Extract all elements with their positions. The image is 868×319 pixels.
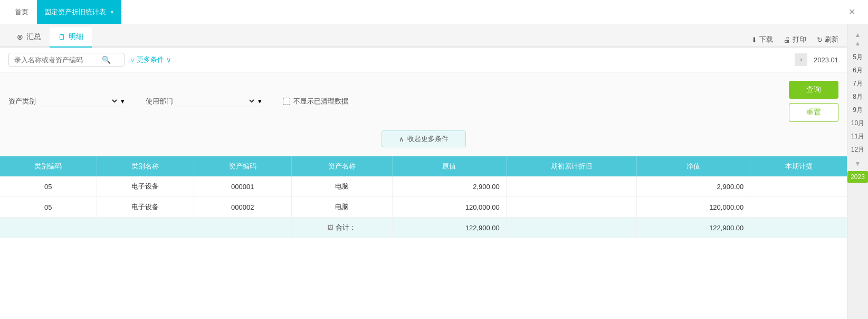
tab-detail[interactable]: 🗒 明细: [50, 27, 92, 48]
col-category-code: 类别编码: [0, 156, 97, 176]
total-row: 🖼合计： 122,900.00 122,900.00: [0, 218, 847, 238]
tab-bar: ⊗ 汇总 🗒 明细 ⬇ 下载 🖨 打印 ↻ 刷新: [0, 24, 847, 48]
detail-icon: 🗒: [58, 33, 65, 41]
cell-original-value: 2,900.00: [393, 176, 507, 197]
cell-accumulated-depreciation: [506, 197, 636, 218]
tab-close-icon[interactable]: ×: [110, 8, 114, 16]
right-sidebar: ▲ ▲ 5月6月7月8月9月10月11月12月 ▼ 2023: [847, 24, 868, 319]
asset-category-select[interactable]: [40, 96, 119, 107]
filter-icon: ▿: [131, 56, 135, 64]
filter-bar: 🔍 ▿ 更多条件 ∨ › 2023.01: [0, 48, 847, 72]
table-row: 05 电子设备 000001 电脑 2,900.00 2,900.00: [0, 176, 847, 197]
cell-current-depreciation: [750, 176, 847, 197]
department-field: 使用部门 ▾: [146, 96, 262, 107]
refresh-button[interactable]: ↻ 刷新: [817, 35, 838, 44]
print-icon: 🖨: [784, 36, 790, 44]
sidebar-scroll-down[interactable]: ▼: [855, 157, 861, 170]
print-label: 打印: [793, 35, 806, 44]
total-net-value: 122,900.00: [636, 218, 750, 238]
col-current-depreciation: 本期计提: [750, 156, 847, 176]
cell-category-name: 电子设备: [97, 197, 194, 218]
sidebar-month[interactable]: 11月: [851, 130, 864, 143]
department-select-wrap: ▾: [177, 96, 262, 107]
total-icon: 🖼: [327, 224, 333, 231]
department-chevron: ▾: [258, 97, 262, 105]
cell-asset-code: 000001: [194, 176, 291, 197]
search-icon[interactable]: 🔍: [102, 55, 111, 64]
cell-current-depreciation: [750, 197, 847, 218]
up-arrow-icon[interactable]: ▲: [855, 31, 861, 39]
search-input[interactable]: [14, 56, 99, 64]
action-buttons: 查询 重置: [789, 81, 838, 122]
advanced-filter-panel: 资产类别 ▾ 使用部门 ▾: [0, 72, 847, 156]
refresh-label: 刷新: [825, 35, 838, 44]
more-conditions-button[interactable]: ▿ 更多条件 ∨: [131, 55, 171, 64]
sidebar-month[interactable]: 8月: [851, 90, 864, 104]
col-asset-name: 资产名称: [291, 156, 393, 176]
sidebar-scroll-up[interactable]: ▲ ▲: [855, 29, 861, 50]
sidebar-month[interactable]: 10月: [851, 117, 864, 130]
col-original-value: 原值: [393, 156, 507, 176]
chevron-down-icon: ∨: [166, 56, 171, 64]
table-row: 05 电子设备 000002 电脑 120,000.00 120,000.00: [0, 197, 847, 218]
query-button[interactable]: 查询: [789, 81, 838, 99]
sidebar-year-current[interactable]: 2023: [847, 171, 868, 183]
col-asset-code: 资产编码: [194, 156, 291, 176]
sidebar-month[interactable]: 6月: [851, 64, 864, 77]
current-year-label: 2023: [851, 173, 865, 181]
asset-category-select-wrap: ▾: [40, 96, 125, 107]
total-accumulated-depreciation: [506, 218, 636, 238]
asset-category-label: 资产类别: [8, 97, 36, 106]
cell-net-value: 120,000.00: [636, 197, 750, 218]
total-label-cell: [0, 218, 291, 238]
tab-actions: ⬇ 下载 🖨 打印 ↻ 刷新: [751, 35, 838, 46]
search-wrap: 🔍: [8, 53, 125, 67]
cell-asset-name: 电脑: [291, 197, 393, 218]
date-label: 2023.01: [814, 56, 838, 64]
total-original-value: 122,900.00: [393, 218, 507, 238]
tab-title: 固定资产折旧统计表: [44, 7, 106, 17]
department-label: 使用部门: [146, 97, 173, 106]
down-arrow-icon[interactable]: ▼: [855, 160, 861, 168]
sidebar-month[interactable]: 12月: [851, 143, 864, 156]
col-accumulated-depreciation: 期初累计折旧: [506, 156, 636, 176]
total-label: 🖼合计：: [291, 218, 393, 238]
collapse-button[interactable]: ∧ 收起更多条件: [381, 130, 466, 147]
download-label: 下载: [759, 35, 773, 44]
cell-category-name: 电子设备: [97, 176, 194, 197]
table-header-row: 类别编码 类别名称 资产编码 资产名称 原值 期初累计折旧 净值 本期计提: [0, 156, 847, 176]
collapse-icon: ∧: [399, 135, 404, 143]
print-button[interactable]: 🖨 打印: [784, 35, 806, 44]
reset-button[interactable]: 重置: [789, 103, 838, 122]
exclude-cleared-label: 不显示已清理数据: [293, 97, 348, 106]
cell-asset-code: 000002: [194, 197, 291, 218]
up-arrow-icon2[interactable]: ▲: [855, 39, 861, 48]
data-table-wrap: 类别编码 类别名称 资产编码 资产名称 原值 期初累计折旧 净值 本期计提 05…: [0, 156, 847, 319]
more-conditions-label: 更多条件: [137, 55, 164, 64]
col-category-name: 类别名称: [97, 156, 194, 176]
exclude-cleared-checkbox[interactable]: [283, 98, 290, 105]
date-nav-right[interactable]: ›: [795, 53, 807, 66]
exclude-cleared-field: 不显示已清理数据: [283, 97, 348, 106]
sidebar-month[interactable]: 7月: [851, 77, 864, 90]
asset-category-field: 资产类别 ▾: [8, 96, 125, 107]
window-close-button[interactable]: ✕: [844, 5, 860, 19]
sidebar-month[interactable]: 9月: [851, 104, 864, 117]
collapse-label: 收起更多条件: [407, 134, 449, 144]
department-select[interactable]: [177, 96, 256, 107]
cell-net-value: 2,900.00: [636, 176, 750, 197]
refresh-icon: ↻: [817, 36, 823, 44]
cell-category-code: 05: [0, 176, 97, 197]
cell-asset-name: 电脑: [291, 176, 393, 197]
sidebar-month[interactable]: 5月: [851, 51, 864, 64]
total-current-depreciation: [750, 218, 847, 238]
home-tab[interactable]: 首页: [8, 7, 35, 17]
cell-accumulated-depreciation: [506, 176, 636, 197]
asset-category-chevron: ▾: [121, 97, 125, 105]
col-net-value: 净值: [636, 156, 750, 176]
tab-summary[interactable]: ⊗ 汇总: [8, 27, 50, 48]
active-tab[interactable]: 固定资产折旧统计表 ×: [37, 0, 121, 24]
download-icon: ⬇: [751, 36, 757, 44]
download-button[interactable]: ⬇ 下载: [751, 35, 773, 44]
summary-icon: ⊗: [17, 33, 23, 41]
